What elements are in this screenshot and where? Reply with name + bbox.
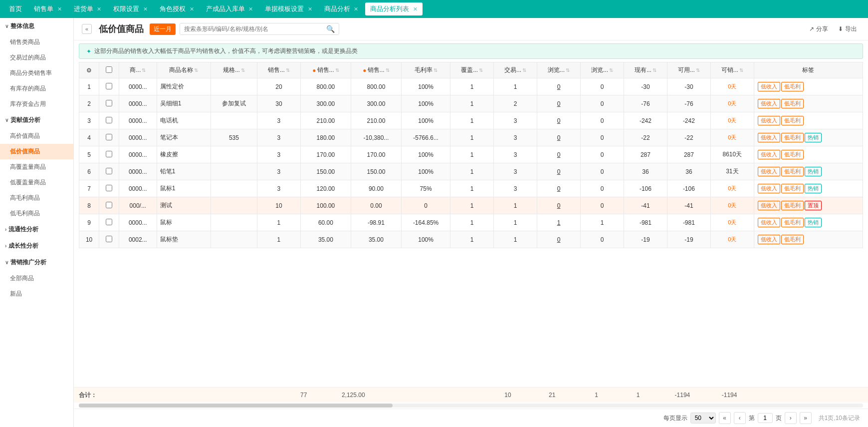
sidebar-item-category-rate[interactable]: 商品分类销售率 [0,65,73,81]
row-checkbox[interactable] [99,95,119,112]
first-page-btn[interactable]: « [719,412,731,424]
row-name[interactable]: 橡皮擦 [157,146,211,163]
nav-product-in[interactable]: 产成品入库单 ✕ [201,2,258,15]
row-checkbox[interactable] [99,78,119,95]
current-column-header[interactable]: 现有...⇅ [624,62,667,78]
row-checkbox[interactable] [99,129,119,146]
view1-value[interactable]: 1 [557,219,561,226]
search-input[interactable] [184,25,324,32]
gear-column-header[interactable]: ⚙ [79,62,99,78]
row-name[interactable]: 电话机 [157,112,211,129]
view1-value[interactable]: 0 [557,83,561,90]
row-view1[interactable]: 0 [537,146,581,163]
saleable-column-header[interactable]: 可销...⇅ [710,62,754,78]
sidebar-item-all-goods[interactable]: 全部商品 [0,271,73,286]
code-column-header[interactable]: 商...⇅ [119,62,157,78]
next-page-btn[interactable]: › [785,412,797,424]
row-name[interactable]: 鼠标1 [157,180,211,197]
sale-amount-column-header[interactable]: ● 销售...⇅ [351,62,401,78]
available-column-header[interactable]: 可用...⇅ [667,62,710,78]
sale-qty-column-header[interactable]: 销售...⇅ [257,62,300,78]
row-view1[interactable]: 0 [537,78,581,95]
row-checkbox[interactable] [99,180,119,197]
row-name[interactable]: 吴细细1 [157,95,211,112]
nav-analysis[interactable]: 商品分析 ✕ [319,2,364,15]
sidebar-item-low-value[interactable]: 低价值商品 [0,144,73,159]
transaction-column-header[interactable]: 交易...⇅ [494,62,537,78]
sidebar-item-traded-goods[interactable]: 交易过的商品 [0,50,73,65]
share-btn[interactable]: ↗ 分享 [806,23,831,35]
row-checkbox[interactable] [99,214,119,231]
row-checkbox[interactable] [99,112,119,129]
nav-template[interactable]: 单据模板设置 ✕ [260,2,317,15]
view2-column-header[interactable]: 浏览...⇅ [581,62,624,78]
view1-value[interactable]: 0 [557,202,561,209]
view1-value[interactable]: 0 [557,100,561,107]
sidebar-group-growth[interactable]: › 成长性分析 [0,238,73,254]
row-view1[interactable]: 0 [537,180,581,197]
filter-recent-month-btn[interactable]: 近一月 [150,23,176,35]
sidebar-item-sales-goods[interactable]: 销售类商品 [0,34,73,50]
row-checkbox[interactable] [99,231,119,248]
row-select-checkbox[interactable] [106,236,112,242]
row-name[interactable]: 鼠标垫 [157,231,211,248]
row-view1[interactable]: 0 [537,197,581,214]
row-view1[interactable]: 0 [537,163,581,180]
row-name[interactable]: 测试 [157,197,211,214]
page-size-select[interactable]: 50 100 200 [690,413,716,424]
view1-value[interactable]: 0 [557,134,561,141]
sidebar-item-stock-goods[interactable]: 有库存的商品 [0,81,73,96]
name-column-header[interactable]: 商品名称⇅ [157,62,211,78]
view1-value[interactable]: 0 [557,151,561,158]
export-btn[interactable]: ⬇ 导出 [835,23,860,35]
nav-home[interactable]: 首页 [4,2,27,15]
row-select-checkbox[interactable] [106,134,112,140]
sidebar-group-circulation[interactable]: › 流通性分析 [0,221,73,238]
row-select-checkbox[interactable] [106,100,112,106]
view1-value[interactable]: 0 [557,185,561,192]
close-icon[interactable]: ✕ [190,6,194,12]
row-view1[interactable]: 0 [537,129,581,146]
nav-permission[interactable]: 权限设置 ✕ [108,2,153,15]
close-icon[interactable]: ✕ [248,6,253,12]
coverage-column-header[interactable]: 覆盖...⇅ [450,62,494,78]
sidebar-item-low-margin[interactable]: 低毛利商品 [0,206,73,221]
row-checkbox[interactable] [99,197,119,214]
sidebar-item-high-value[interactable]: 高价值商品 [0,128,73,144]
search-icon[interactable]: 🔍 [326,25,335,33]
nav-sales[interactable]: 销售单 ✕ [29,2,67,15]
nav-purchase[interactable]: 进货单 ✕ [69,2,107,15]
row-select-checkbox[interactable] [106,185,112,191]
gross-margin-column-header[interactable]: 毛利率⇅ [401,62,450,78]
view1-column-header[interactable]: 浏览...⇅ [537,62,581,78]
row-select-checkbox[interactable] [106,151,112,157]
row-select-checkbox[interactable] [106,202,112,208]
close-icon[interactable]: ✕ [143,6,148,12]
spec-column-header[interactable]: 规格...⇅ [211,62,257,78]
nav-analysis-list[interactable]: 商品分析列表 ✕ [365,2,423,15]
row-view1[interactable]: 0 [537,95,581,112]
close-icon[interactable]: ✕ [354,6,358,12]
row-view1[interactable]: 1 [537,214,581,231]
select-all-checkbox[interactable] [106,66,112,73]
last-page-btn[interactable]: » [800,412,812,424]
close-icon[interactable]: ✕ [308,6,312,12]
scrollbar-thumb[interactable] [79,404,393,408]
sidebar-item-low-coverage[interactable]: 低覆盖量商品 [0,175,73,190]
close-icon[interactable]: ✕ [97,6,101,12]
sidebar-group-overview[interactable]: ∨ 整体信息 [0,18,73,34]
row-select-checkbox[interactable] [106,168,112,174]
row-view1[interactable]: 0 [537,112,581,129]
close-icon[interactable]: ✕ [57,6,62,12]
row-select-checkbox[interactable] [106,219,112,225]
row-checkbox[interactable] [99,163,119,180]
row-checkbox[interactable] [99,146,119,163]
row-name[interactable]: 笔记本 [157,129,211,146]
prev-page-btn[interactable]: ‹ [734,412,746,424]
row-name[interactable]: 属性定价 [157,78,211,95]
sidebar-item-high-margin[interactable]: 高毛利商品 [0,190,73,206]
sidebar-item-high-coverage[interactable]: 高覆盖量商品 [0,159,73,175]
view1-value[interactable]: 0 [557,168,561,175]
horizontal-scrollbar[interactable] [74,403,868,409]
sidebar-group-contribution[interactable]: ∨ 贡献值分析 [0,112,73,128]
